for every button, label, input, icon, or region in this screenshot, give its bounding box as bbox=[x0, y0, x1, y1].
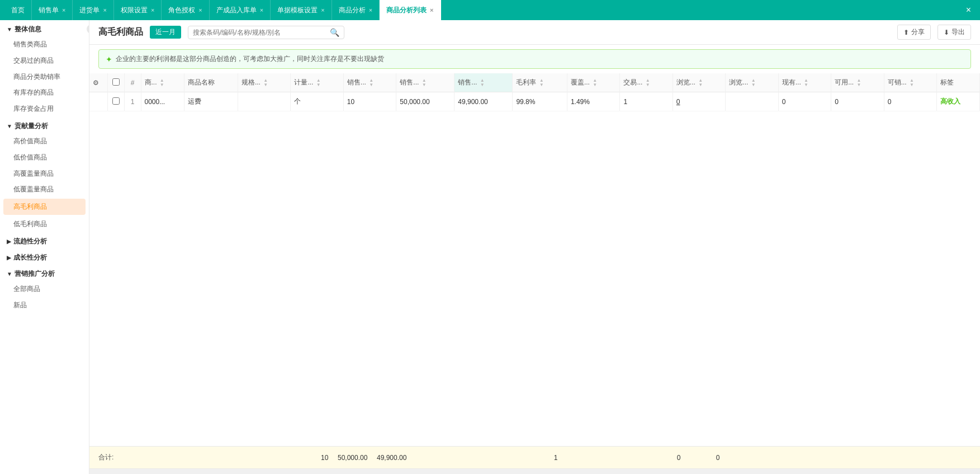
sort-icon-14[interactable]: ▲▼ bbox=[910, 78, 914, 87]
sort-icon-7[interactable]: ▲▼ bbox=[539, 78, 544, 87]
footer-stock-current: 0 bbox=[645, 454, 684, 462]
period-button[interactable]: 近一月 bbox=[150, 26, 181, 39]
info-banner: ✦ 企业的主要的利润都是这部分商品创造的，可考虑加大推广，同时关注库存是不要出现… bbox=[98, 49, 971, 69]
sort-icon-6[interactable]: ▲▼ bbox=[480, 78, 485, 87]
col-spec[interactable]: 规格... ▲▼ bbox=[238, 73, 290, 92]
sort-icon-5[interactable]: ▲▼ bbox=[422, 78, 427, 87]
footer-sales-qty: 10 bbox=[292, 454, 332, 462]
export-icon: ⬇ bbox=[944, 29, 949, 36]
footer-label: 合计: bbox=[98, 453, 113, 462]
sort-icon-13[interactable]: ▲▼ bbox=[857, 78, 861, 87]
sidebar-item-capital-occupied[interactable]: 库存资金占用 bbox=[0, 101, 89, 117]
main-container: « ▼ 整体信息 销售类商品 交易过的商品 商品分类助销率 有库存的商品 库存资… bbox=[0, 20, 980, 474]
arrow-icon-3: ▶ bbox=[7, 238, 11, 245]
col-checkbox[interactable] bbox=[107, 73, 124, 92]
search-input[interactable] bbox=[193, 29, 330, 36]
sort-icon-9[interactable]: ▲▼ bbox=[646, 78, 650, 87]
col-views2[interactable]: 浏览... ▲▼ bbox=[726, 73, 778, 92]
sidebar-item-new-goods[interactable]: 新品 bbox=[0, 297, 89, 313]
share-icon: ⬆ bbox=[903, 29, 909, 36]
close-analysis-list-tab[interactable]: × bbox=[430, 7, 433, 13]
nav-tab-products[interactable]: 产成品入库单 × bbox=[210, 0, 271, 20]
close-analysis-tab[interactable]: × bbox=[369, 7, 372, 13]
arrow-icon-4: ▶ bbox=[7, 255, 11, 261]
sort-icon-10[interactable]: ▲▼ bbox=[698, 78, 703, 87]
col-sales-amount[interactable]: 销售... ▲▼ bbox=[396, 73, 455, 92]
cell-tag: 高收入 bbox=[937, 92, 980, 111]
bottom-scrollbar[interactable] bbox=[89, 468, 980, 474]
close-products-tab[interactable]: × bbox=[260, 7, 263, 13]
sidebar-item-high-value[interactable]: 高价值商品 bbox=[0, 133, 89, 149]
table-container[interactable]: ⚙ # 商... ▲▼ 商品名称 规格... ▲▼ bbox=[89, 73, 980, 446]
cell-checkbox[interactable] bbox=[107, 92, 124, 111]
sidebar-item-all-goods[interactable]: 全部商品 bbox=[0, 281, 89, 297]
sort-icon-11[interactable]: ▲▼ bbox=[751, 78, 756, 87]
close-templates-tab[interactable]: × bbox=[321, 7, 324, 13]
sidebar-group-growth[interactable]: ▶ 成长性分析 bbox=[0, 248, 89, 265]
cell-name[interactable]: 运费 bbox=[184, 92, 238, 111]
close-permissions-tab[interactable]: × bbox=[151, 7, 154, 13]
sort-icon-4[interactable]: ▲▼ bbox=[369, 78, 373, 87]
cell-views1[interactable]: 0 bbox=[673, 92, 725, 111]
cell-stock-sellable: 0 bbox=[884, 92, 936, 111]
col-name[interactable]: 商品名称 bbox=[184, 73, 238, 92]
sort-icon-8[interactable]: ▲▼ bbox=[593, 78, 597, 87]
sidebar-item-high-coverage[interactable]: 高覆盖量商品 bbox=[0, 166, 89, 182]
sidebar-item-low-value[interactable]: 低价值商品 bbox=[0, 149, 89, 166]
nav-tab-sales[interactable]: 销售单 × bbox=[32, 0, 73, 20]
nav-tab-roles[interactable]: 角色授权 × bbox=[162, 0, 209, 20]
search-icon[interactable]: 🔍 bbox=[330, 28, 339, 37]
cell-sales-qty: 10 bbox=[343, 92, 396, 111]
sort-icon-2[interactable]: ▲▼ bbox=[263, 78, 268, 87]
col-stock-available[interactable]: 可用... ▲▼ bbox=[831, 73, 884, 92]
col-coverage[interactable]: 覆盖... ▲▼ bbox=[567, 73, 619, 92]
sidebar-group-marketing[interactable]: ▼ 营销推广分析 bbox=[0, 265, 89, 281]
sort-icon-3[interactable]: ▲▼ bbox=[316, 78, 321, 87]
content-header: 高毛利商品 近一月 🔍 ⬆ 分享 ⬇ 导出 bbox=[89, 20, 980, 45]
cell-code: 0000... bbox=[141, 92, 184, 111]
close-sales-tab[interactable]: × bbox=[62, 7, 65, 13]
select-all-checkbox[interactable] bbox=[112, 78, 120, 86]
col-gross-rate[interactable]: 毛利率 ▲▼ bbox=[513, 73, 567, 92]
close-roles-tab[interactable]: × bbox=[198, 7, 202, 13]
nav-tab-analysis-list[interactable]: 商品分析列表 × bbox=[380, 0, 441, 20]
sidebar-group-contribution[interactable]: ▼ 贡献量分析 bbox=[0, 117, 89, 133]
sidebar-group-overall[interactable]: ▼ 整体信息 bbox=[0, 20, 89, 36]
share-button[interactable]: ⬆ 分享 bbox=[897, 25, 931, 40]
sidebar-group-trend[interactable]: ▶ 流趋性分析 bbox=[0, 232, 89, 248]
nav-tab-permissions[interactable]: 权限设置 × bbox=[114, 0, 162, 20]
sort-icon[interactable]: ▲▼ bbox=[160, 78, 164, 87]
nav-tab-analysis[interactable]: 商品分析 × bbox=[332, 0, 380, 20]
col-sales-qty[interactable]: 销售... ▲▼ bbox=[343, 73, 396, 92]
header-actions: ⬆ 分享 ⬇ 导出 bbox=[897, 25, 971, 40]
table-header-row: ⚙ # 商... ▲▼ 商品名称 规格... ▲▼ bbox=[89, 73, 980, 92]
nav-tab-purchase[interactable]: 进货单 × bbox=[73, 0, 113, 20]
export-button[interactable]: ⬇ 导出 bbox=[938, 25, 971, 40]
window-close-button[interactable]: × bbox=[962, 5, 976, 15]
page-title: 高毛利商品 bbox=[98, 26, 143, 38]
col-transactions[interactable]: 交易... ▲▼ bbox=[620, 73, 673, 92]
col-settings[interactable]: ⚙ bbox=[89, 73, 107, 92]
col-views1[interactable]: 浏览... ▲▼ bbox=[673, 73, 725, 92]
sidebar-item-category-rate[interactable]: 商品分类助销率 bbox=[0, 69, 89, 85]
footer-sales-cost: 49,900.00 bbox=[371, 454, 410, 462]
col-stock-current[interactable]: 现有... ▲▼ bbox=[778, 73, 831, 92]
nav-tab-home[interactable]: 首页 bbox=[4, 0, 32, 20]
sidebar-item-low-coverage[interactable]: 低覆盖量商品 bbox=[0, 181, 89, 198]
sort-icon-12[interactable]: ▲▼ bbox=[804, 78, 808, 87]
col-unit[interactable]: 计量... ▲▼ bbox=[291, 73, 343, 92]
col-stock-sellable[interactable]: 可销... ▲▼ bbox=[884, 73, 936, 92]
sidebar-item-high-margin[interactable]: 高毛利商品 bbox=[3, 199, 86, 215]
sidebar-item-low-margin[interactable]: 低毛利商品 bbox=[0, 216, 89, 232]
sidebar-item-sales-goods[interactable]: 销售类商品 bbox=[0, 36, 89, 53]
nav-tab-templates[interactable]: 单据模板设置 × bbox=[271, 0, 332, 20]
sidebar-item-stocked-goods[interactable]: 有库存的商品 bbox=[0, 85, 89, 101]
sidebar-item-traded-goods[interactable]: 交易过的商品 bbox=[0, 53, 89, 69]
cell-stock-available: 0 bbox=[831, 92, 884, 111]
close-purchase-tab[interactable]: × bbox=[103, 7, 106, 13]
col-sales-cost[interactable]: 销售... ▲▼ bbox=[455, 73, 513, 92]
col-code[interactable]: 商... ▲▼ bbox=[141, 73, 184, 92]
col-tag[interactable]: 标签 bbox=[937, 73, 980, 92]
data-table: ⚙ # 商... ▲▼ 商品名称 规格... ▲▼ bbox=[89, 73, 980, 111]
row-checkbox[interactable] bbox=[112, 97, 120, 105]
